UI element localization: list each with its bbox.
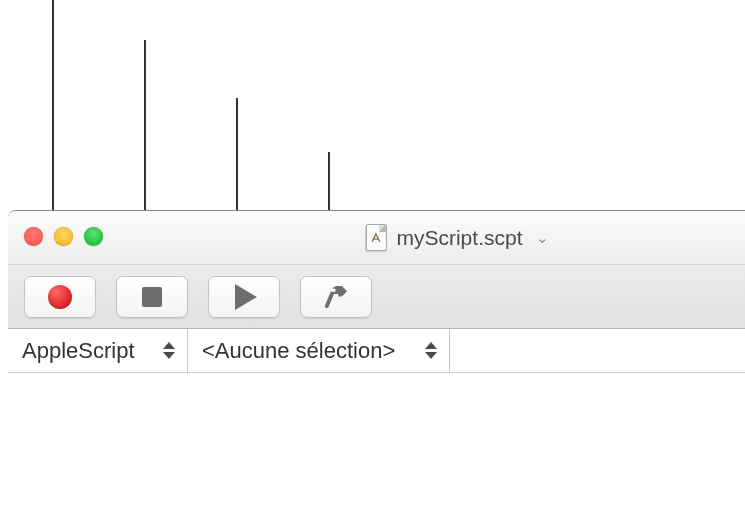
stop-icon (142, 287, 162, 307)
editor-area[interactable] (8, 373, 745, 524)
editor-window: myScript.scpt ⌄ AppleScript <Aucune séle… (8, 210, 745, 524)
minimize-button[interactable] (54, 227, 73, 246)
window-title[interactable]: myScript.scpt ⌄ (365, 224, 549, 251)
selection-label: <Aucune sélection> (202, 338, 395, 364)
document-icon (365, 224, 386, 251)
selection-popup[interactable]: <Aucune sélection> (188, 329, 450, 372)
stepper-icon (163, 342, 175, 359)
chevron-down-icon: ⌄ (536, 229, 549, 247)
compile-button[interactable] (300, 276, 372, 318)
traffic-lights (24, 227, 103, 246)
language-label: AppleScript (22, 338, 135, 364)
run-button[interactable] (208, 276, 280, 318)
hammer-icon (322, 283, 350, 311)
stepper-icon (425, 342, 437, 359)
titlebar: myScript.scpt ⌄ (8, 211, 745, 265)
stop-button[interactable] (116, 276, 188, 318)
record-icon (48, 285, 72, 309)
toolbar (8, 265, 745, 329)
close-button[interactable] (24, 227, 43, 246)
document-filename: myScript.scpt (396, 226, 522, 250)
navigation-bar: AppleScript <Aucune sélection> (8, 329, 745, 373)
record-button[interactable] (24, 276, 96, 318)
language-popup[interactable]: AppleScript (8, 329, 188, 372)
play-icon (235, 284, 257, 310)
zoom-button[interactable] (84, 227, 103, 246)
